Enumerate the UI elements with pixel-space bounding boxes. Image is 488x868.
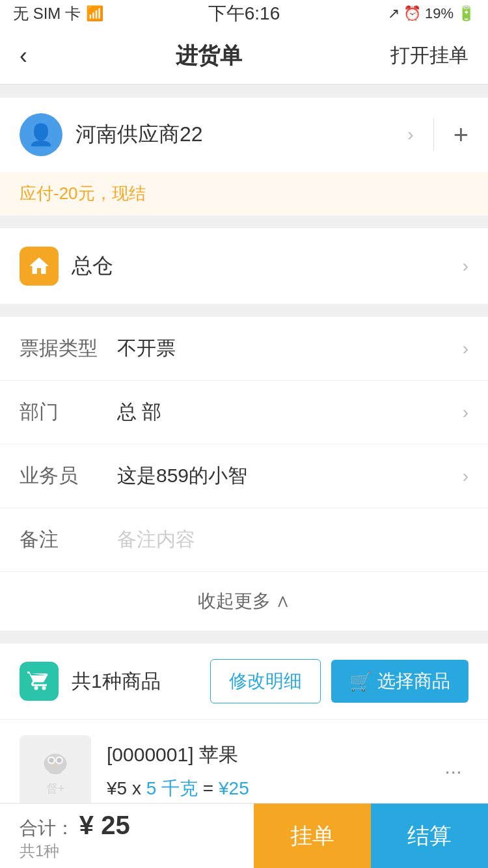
select-product-button[interactable]: 🛒 选择商品 <box>331 660 468 703</box>
checkout-label: 结算 <box>407 821 452 851</box>
select-product-icon: 🛒 <box>349 671 372 692</box>
product-icon <box>27 670 51 693</box>
svg-point-8 <box>49 769 62 774</box>
owl-icon <box>39 746 72 778</box>
product-details: [0000001] 苹果 ¥5 x 5 千克 = ¥25 <box>107 742 438 801</box>
thumb-placeholder: 督+ <box>39 746 72 796</box>
nav-bar: ‹ 进货单 打开挂单 <box>0 27 488 85</box>
warehouse-icon <box>27 254 51 278</box>
product-name: [0000001] 苹果 <box>107 742 438 768</box>
product-price-row: ¥5 x 5 千克 = ¥25 <box>107 776 438 801</box>
add-button[interactable]: + <box>454 120 468 150</box>
remark-input[interactable]: 备注内容 <box>111 526 468 553</box>
back-button[interactable]: ‹ <box>20 42 27 70</box>
total-sub-label: 共1种 <box>20 841 234 861</box>
location-icon: ↗ <box>388 5 400 22</box>
product-section-header: 共1种商品 修改明细 🛒 选择商品 <box>0 631 488 719</box>
product-qty: 5 <box>146 778 157 798</box>
wifi-icon: 📶 <box>86 5 103 22</box>
collapse-bar[interactable]: 收起更多 ∧ <box>0 571 488 631</box>
battery-icon: 🔋 <box>457 5 475 22</box>
invoice-type-label: 票据类型 <box>20 335 111 362</box>
remark-label: 备注 <box>20 526 111 553</box>
alarm-icon: ⏰ <box>403 5 421 22</box>
product-unit: 千克 <box>161 778 198 798</box>
salesperson-chevron-icon: › <box>463 466 468 487</box>
product-count-label: 共1种商品 <box>72 668 210 695</box>
edit-detail-button[interactable]: 修改明细 <box>210 659 321 703</box>
product-thumbnail: 督+ <box>20 735 91 807</box>
bottom-bar: 合计： ¥ 25 共1种 挂单 结算 <box>0 803 488 868</box>
divider-3 <box>0 304 488 317</box>
collapse-label: 收起更多 ∧ <box>198 591 291 611</box>
salesperson-label: 业务员 <box>20 463 111 489</box>
product-code: [0000001] <box>107 744 193 765</box>
invoice-type-value: 不开票 <box>111 335 463 362</box>
price-separator: x <box>132 778 146 798</box>
warehouse-row[interactable]: 总仓 › <box>0 228 488 304</box>
supplier-row[interactable]: 👤 河南供应商22 › + <box>0 98 488 172</box>
product-icon-bg <box>20 662 59 701</box>
product-more-button[interactable]: ··· <box>438 753 468 790</box>
svg-point-0 <box>34 686 38 690</box>
supplier-avatar: 👤 <box>20 113 62 156</box>
carrier-text: 无 SIM 卡 <box>13 3 81 24</box>
checkout-button[interactable]: 结算 <box>371 804 488 869</box>
select-product-label: 选择商品 <box>377 669 450 694</box>
hang-order-button[interactable]: 挂单 <box>254 804 371 869</box>
total-label: 合计： <box>20 818 74 838</box>
hang-order-label: 挂单 <box>290 821 334 851</box>
notice-text: 应付-20元，现结 <box>20 183 146 203</box>
product-title: 苹果 <box>199 744 238 765</box>
divider-1 <box>0 85 488 98</box>
invoice-type-row[interactable]: 票据类型 不开票 › <box>0 317 488 380</box>
department-chevron-icon: › <box>463 402 468 423</box>
remark-row[interactable]: 备注 备注内容 <box>0 508 488 571</box>
supplier-name: 河南供应商22 <box>75 120 407 149</box>
open-hang-button[interactable]: 打开挂单 <box>390 42 468 69</box>
status-bar-left: 无 SIM 卡 📶 <box>13 3 103 24</box>
warehouse-name: 总仓 <box>72 252 463 280</box>
warehouse-section: 总仓 › <box>0 228 488 304</box>
department-row[interactable]: 部门 总 部 › <box>0 380 488 444</box>
salesperson-value: 这是859的小智 <box>111 463 463 489</box>
warehouse-chevron-icon: › <box>463 256 468 277</box>
avatar-icon: 👤 <box>28 122 54 147</box>
status-bar-right: ↗ ⏰ 19% 🔋 <box>388 5 475 22</box>
price-equals: = <box>203 778 219 798</box>
total-section: 合计： ¥ 25 共1种 <box>0 811 254 861</box>
total-amount: ¥ 25 <box>79 811 130 839</box>
supplier-vertical-divider <box>433 118 434 151</box>
price-value: ¥5 <box>107 778 127 798</box>
supplier-section: 👤 河南供应商22 › + 应付-20元，现结 <box>0 98 488 215</box>
divider-2 <box>0 215 488 228</box>
warehouse-icon-bg <box>20 247 59 286</box>
svg-point-5 <box>49 758 54 763</box>
page-title: 进货单 <box>176 41 242 71</box>
status-bar-time: 下午6:16 <box>208 1 280 26</box>
thumb-text: 督+ <box>46 781 65 796</box>
svg-point-1 <box>42 686 46 690</box>
supplier-chevron-icon: › <box>407 124 413 145</box>
svg-point-6 <box>57 758 62 763</box>
battery-text: 19% <box>425 5 454 22</box>
salesperson-row[interactable]: 业务员 这是859的小智 › <box>0 444 488 508</box>
invoice-type-chevron-icon: › <box>463 338 468 359</box>
department-label: 部门 <box>20 399 111 426</box>
form-section: 票据类型 不开票 › 部门 总 部 › 业务员 这是859的小智 › 备注 备注… <box>0 317 488 631</box>
department-value: 总 部 <box>111 399 463 426</box>
status-bar: 无 SIM 卡 📶 下午6:16 ↗ ⏰ 19% 🔋 <box>0 0 488 27</box>
product-total: ¥25 <box>219 778 249 798</box>
notice-bar: 应付-20元，现结 <box>0 172 488 215</box>
